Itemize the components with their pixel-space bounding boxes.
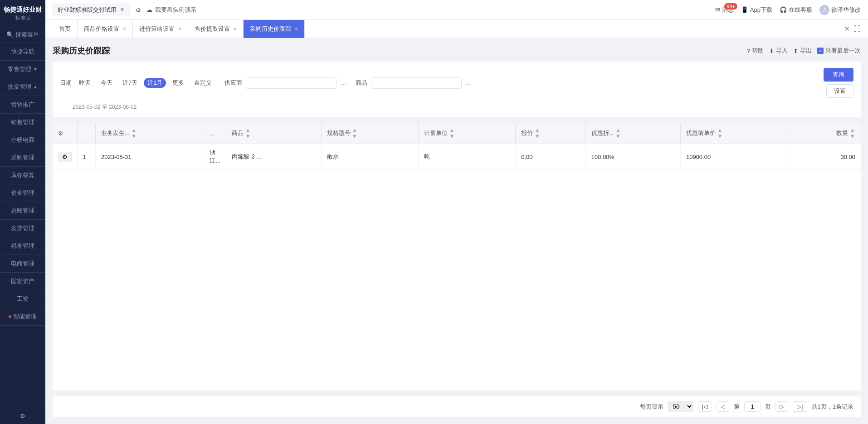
pagination: 每页显示 50 100 200 |◁ ◁ 第 页 ▷ ▷| 共1页，1条记录 <box>53 396 861 417</box>
discount-sort-icon[interactable]: ▲▼ <box>615 127 621 139</box>
sidebar-item-smart[interactable]: 智能管理 <box>0 308 45 326</box>
tab-sale-price-close[interactable]: × <box>234 26 237 32</box>
last-page-btn[interactable]: ▷| <box>793 401 807 412</box>
row-gear-btn[interactable]: ⚙ <box>58 152 72 162</box>
sidebar-item-purchase[interactable]: 采购管理 <box>0 149 45 167</box>
user-name: 徐泽华修改 <box>831 6 861 14</box>
per-page-select[interactable]: 50 100 200 <box>668 401 693 412</box>
tab-maximize-icon[interactable]: ⛶ <box>853 25 861 33</box>
date-option-7days[interactable]: 近7天 <box>119 78 141 88</box>
date-options: 昨天 今天 近7天 近1月 更多 自定义 <box>75 78 215 88</box>
search-icon: 🔍 <box>6 31 14 38</box>
sidebar-settings-btn[interactable]: ⚙ <box>0 408 45 424</box>
table-area: ⚙ 业务发生... ▲▼ ... <box>53 123 861 390</box>
td-date: 2023-05-31 <box>96 144 204 170</box>
th-goods-label: 规格型号 <box>327 129 351 137</box>
th-supplier-label: 商品 <box>232 129 244 137</box>
row-pre-price: 10900.00 <box>686 154 711 160</box>
th-more-dots[interactable]: ... <box>210 130 215 137</box>
tab-purchase-strategy-close[interactable]: × <box>178 26 181 32</box>
sidebar-item-tax[interactable]: 税务管理 <box>0 237 45 255</box>
next-page-btn[interactable]: ▷ <box>775 401 788 412</box>
wholesale-label: 批发管理 <box>8 83 31 91</box>
date-option-custom[interactable]: 自定义 <box>190 78 215 88</box>
message-btn[interactable]: ✉ 消息 99+ <box>715 6 734 14</box>
user-btn[interactable]: 人 徐泽华修改 <box>819 5 861 15</box>
gear-icon: ⚙ <box>136 7 141 14</box>
unit-sort-icon[interactable]: ▲▼ <box>449 127 455 139</box>
goods-sort-icon[interactable]: ▲▼ <box>352 127 358 139</box>
date-sort-icon[interactable]: ▲▼ <box>131 127 137 139</box>
goods-dots[interactable]: ... <box>465 79 471 87</box>
supplier-sort-icon[interactable]: ▲▼ <box>245 127 251 139</box>
date-option-today[interactable]: 今天 <box>97 78 116 88</box>
date-option-more[interactable]: 更多 <box>169 78 188 88</box>
version-selector-text: 好业财标准版交付试用 <box>58 6 117 14</box>
sidebar-item-wholesale[interactable]: 批发管理 ▲ <box>0 78 45 96</box>
column-gear-icon[interactable]: ⚙ <box>58 130 63 137</box>
supplier-filter-group: 供应商 ... <box>224 77 346 89</box>
app-download-label: App下载 <box>750 6 772 14</box>
date-filter-label: 日期 <box>60 79 72 87</box>
help-btn[interactable]: ? 帮助 <box>747 47 764 55</box>
sidebar-item-invoice[interactable]: 发票管理 <box>0 220 45 237</box>
logo-title: 畅捷通好业财 <box>4 5 42 14</box>
online-service-btn[interactable]: 🎧 在线客服 <box>780 6 812 14</box>
ecommerce-label: 电商管理 <box>11 260 34 267</box>
tab-purchase-strategy[interactable]: 进价策略设置 × <box>133 20 188 38</box>
sidebar-item-sales[interactable]: 销售管理 <box>0 114 45 131</box>
pre-price-sort-icon[interactable]: ▲▼ <box>717 127 723 139</box>
price-sort-icon[interactable]: ▲▼ <box>534 127 540 139</box>
export-btn[interactable]: ⬆ 导出 <box>793 47 812 55</box>
sidebar-search[interactable]: 🔍 搜索菜单 <box>0 27 45 43</box>
sidebar-item-finance[interactable]: 资金管理 <box>0 184 45 202</box>
th-qty: 数量 ▲▼ <box>791 123 861 144</box>
topbar-gear-btn[interactable]: ⚙ <box>136 6 141 14</box>
version-selector[interactable]: 好业财标准版交付试用 ▼ <box>53 4 130 16</box>
date-option-1month[interactable]: 近1月 <box>144 78 166 88</box>
date-option-yesterday[interactable]: 昨天 <box>75 78 94 88</box>
tab-price-setting[interactable]: 商品价格设置 × <box>78 20 133 38</box>
sidebar-item-salary[interactable]: 工资 <box>0 290 45 308</box>
goods-input[interactable] <box>371 77 462 89</box>
tab-home[interactable]: 首页 <box>53 20 78 38</box>
accounting-label: 总账管理 <box>11 207 34 214</box>
supplier-input[interactable] <box>246 77 336 89</box>
sidebar-item-retail[interactable]: 零售管理 ▼ <box>0 61 45 78</box>
assets-label: 固定资产 <box>11 278 34 284</box>
tab-purchase-history-close[interactable]: × <box>295 26 298 32</box>
page-unit: 页 <box>765 403 771 411</box>
query-btn[interactable]: 查询 <box>824 68 853 82</box>
logo-subtitle: 标准版 <box>4 14 42 21</box>
import-btn[interactable]: ⬇ 导入 <box>769 47 788 55</box>
first-page-btn[interactable]: |◁ <box>698 401 712 412</box>
tab-price-setting-close[interactable]: × <box>123 26 126 32</box>
prev-page-btn[interactable]: ◁ <box>717 401 729 412</box>
tab-purchase-history[interactable]: 采购历史价跟踪 × <box>244 20 305 38</box>
page-input[interactable] <box>744 401 761 412</box>
qty-sort-icon[interactable]: ▲▼ <box>849 127 855 139</box>
demo-btn[interactable]: ☁ 我要看实例演示 <box>146 6 196 14</box>
sidebar-item-accounting[interactable]: 总账管理 <box>0 202 45 220</box>
message-badge: 99+ <box>724 3 737 10</box>
inventory-label: 库存核算 <box>11 172 34 178</box>
sidebar-item-inventory[interactable]: 库存核算 <box>0 167 45 184</box>
th-date: 业务发生... ▲▼ <box>96 123 204 144</box>
sidebar-item-ecommerce-small[interactable]: 小畅电商 <box>0 131 45 149</box>
sidebar-item-ecommerce[interactable]: 电商管理 <box>0 255 45 273</box>
sidebar-item-quicknav[interactable]: 快捷导航 <box>0 43 45 61</box>
only-latest-checkbox[interactable]: ✓ 只看最后一次 <box>817 47 861 55</box>
sidebar-item-assets[interactable]: 固定资产 <box>0 273 45 290</box>
app-download-btn[interactable]: 📱 App下载 <box>741 6 772 14</box>
tab-close-all-icon[interactable]: ✕ <box>844 24 850 33</box>
sidebar-item-marketing[interactable]: 营销推广 <box>0 96 45 114</box>
tab-sale-price[interactable]: 售价提取设置 × <box>188 20 244 38</box>
filter-area: 日期 昨天 今天 近7天 近1月 更多 自定义 供应商 ... <box>53 62 861 117</box>
td-more: 浙江... <box>204 144 226 170</box>
row-date: 2023-05-31 <box>101 154 132 160</box>
settings-btn[interactable]: 设置 <box>826 84 853 98</box>
td-unit: 散水 <box>321 144 418 170</box>
row-unit: 散水 <box>327 153 339 160</box>
supplier-dots[interactable]: ... <box>340 79 346 87</box>
page-title: 采购历史价跟踪 <box>53 45 110 56</box>
